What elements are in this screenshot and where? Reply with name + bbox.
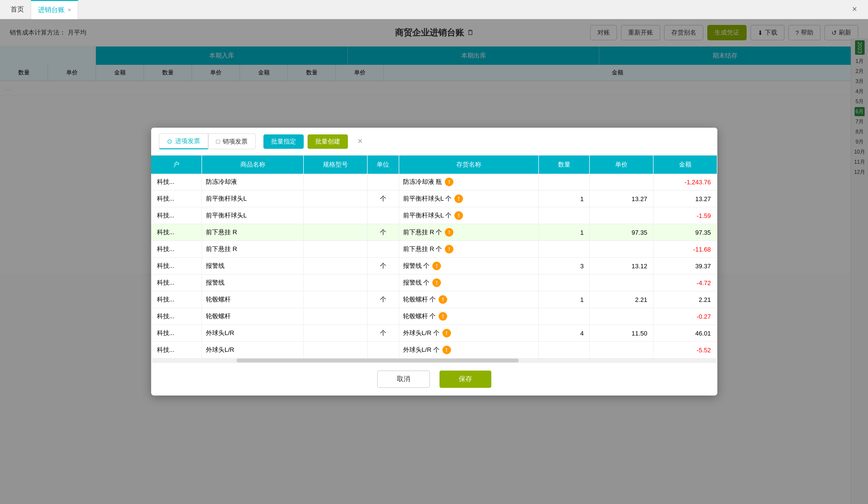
- amount-col: -1,243.76: [653, 174, 717, 191]
- spec-col: [304, 241, 368, 258]
- stock-name-text: 报警线 个: [403, 278, 430, 287]
- window-close-button[interactable]: ×: [845, 0, 864, 19]
- tab-outbound-invoice[interactable]: □ 销项发票: [208, 133, 256, 149]
- unit-price-col: [590, 308, 654, 325]
- stock-name-text: 轮毂螺杆 个: [403, 312, 436, 321]
- product-name-col: 外球头L/R: [202, 342, 304, 359]
- warning-icon: !: [442, 329, 451, 337]
- unit-col: 个: [367, 224, 399, 241]
- qty-col: [539, 308, 590, 325]
- stock-col: 前下悬挂 R 个 !: [399, 241, 539, 258]
- unit-price-col: 11.50: [590, 325, 654, 342]
- unit-price-col: 2.21: [590, 291, 654, 308]
- unit-price-col: 13.27: [590, 191, 654, 207]
- unit-col: [367, 342, 399, 359]
- table-row: 科技...轮毂螺杆 轮毂螺杆 个 ! -0.27: [151, 308, 717, 325]
- unit-col: [367, 308, 399, 325]
- stock-name-text: 前平衡杆球头L 个: [403, 194, 452, 203]
- stock-name-text: 轮毂螺杆 个: [403, 295, 436, 304]
- modal-dialog: ⊙ 进项发票 □ 销项发票 批量指定 批量创建 ×: [151, 128, 717, 396]
- warning-icon: !: [445, 178, 453, 186]
- stock-name-text: 外球头L/R 个: [403, 346, 440, 354]
- th-col2: 商品名称: [202, 156, 304, 174]
- amount-col: 97.35: [653, 224, 717, 241]
- amount-col: -4.72: [653, 275, 717, 291]
- spec-col: [304, 291, 368, 308]
- invoice-table: 户 商品名称 规格型号 单位 存货名称 数量 单价 金额 科技...防冻冷却液 …: [151, 156, 717, 359]
- warning-icon: !: [432, 262, 441, 270]
- company-col: 科技...: [151, 291, 202, 308]
- warning-icon: !: [445, 245, 453, 253]
- stock-col: 前平衡杆球头L 个 !: [399, 207, 539, 224]
- warning-icon: !: [445, 228, 453, 237]
- table-row: 科技...报警线个 报警线 个 ! 313.1239.37: [151, 258, 717, 275]
- main-area: 销售成本计算方法： 月平均 商贸企业进销台账 🗒 对账 重新开账 存货别名 生成…: [0, 19, 868, 504]
- th-col4: 单位: [367, 156, 399, 174]
- unit-price-col: [590, 241, 654, 258]
- qty-col: [539, 174, 590, 191]
- modal-tabs: ⊙ 进项发票 □ 销项发票: [159, 133, 256, 149]
- tab-active[interactable]: 进销台账 ×: [31, 0, 78, 19]
- stock-name-text: 前下悬挂 R 个: [403, 228, 442, 237]
- unit-price-col: [590, 342, 654, 359]
- modal-footer: 取消 保存: [151, 362, 717, 396]
- product-name-col: 前平衡杆球头L: [202, 191, 304, 207]
- stock-col: 报警线 个 !: [399, 258, 539, 275]
- product-name-col: 外球头L/R: [202, 325, 304, 342]
- tab-close-icon[interactable]: ×: [68, 7, 71, 13]
- tab-active-label: 进销台账: [38, 6, 65, 14]
- spec-col: [304, 224, 368, 241]
- tab-inbound-invoice[interactable]: ⊙ 进项发票: [159, 133, 208, 149]
- unit-price-col: [590, 174, 654, 191]
- unit-col: [367, 207, 399, 224]
- stock-col: 外球头L/R 个 !: [399, 342, 539, 359]
- spec-col: [304, 174, 368, 191]
- qty-col: 3: [539, 258, 590, 275]
- modal-close-button[interactable]: ×: [357, 136, 363, 146]
- product-name-col: 轮毂螺杆: [202, 291, 304, 308]
- modal-scrollbar[interactable]: [152, 359, 716, 362]
- product-name-col: 前下悬挂 R: [202, 241, 304, 258]
- save-button[interactable]: 保存: [440, 371, 491, 388]
- spec-col: [304, 308, 368, 325]
- tab-home[interactable]: 首页: [4, 0, 31, 19]
- unit-price-col: [590, 207, 654, 224]
- scrollbar-thumb: [237, 359, 519, 362]
- table-row: 科技...防冻冷却液 防冻冷却液 瓶 ! -1,243.76: [151, 174, 717, 191]
- table-row: 科技...外球头L/R个 外球头L/R 个 ! 411.5046.01: [151, 325, 717, 342]
- product-name-col: 前下悬挂 R: [202, 224, 304, 241]
- spec-col: [304, 275, 368, 291]
- qty-col: [539, 342, 590, 359]
- amount-col: 46.01: [653, 325, 717, 342]
- stock-col: 轮毂螺杆 个 !: [399, 308, 539, 325]
- amount-col: -11.68: [653, 241, 717, 258]
- unit-price-col: 97.35: [590, 224, 654, 241]
- modal-overlay: ⊙ 进项发票 □ 销项发票 批量指定 批量创建 ×: [0, 19, 868, 504]
- table-row: 科技...前下悬挂 R 前下悬挂 R 个 ! -11.68: [151, 241, 717, 258]
- th-col3: 规格型号: [304, 156, 368, 174]
- modal-header: ⊙ 进项发票 □ 销项发票 批量指定 批量创建 ×: [151, 128, 717, 156]
- product-name-col: 报警线: [202, 258, 304, 275]
- table-row: 科技...前平衡杆球头L个 前平衡杆球头L 个 ! 113.2713.27: [151, 191, 717, 207]
- qty-col: [539, 275, 590, 291]
- amount-col: 13.27: [653, 191, 717, 207]
- stock-col: 外球头L/R 个 !: [399, 325, 539, 342]
- tab2-icon: □: [216, 138, 220, 145]
- th-col6: 数量: [539, 156, 590, 174]
- batch-assign-button[interactable]: 批量指定: [263, 134, 304, 149]
- stock-name-text: 外球头L/R 个: [403, 329, 440, 337]
- unit-col: 个: [367, 291, 399, 308]
- company-col: 科技...: [151, 174, 202, 191]
- tab-home-label: 首页: [11, 5, 24, 14]
- unit-col: 个: [367, 191, 399, 207]
- batch-create-button[interactable]: 批量创建: [308, 134, 348, 149]
- qty-col: [539, 241, 590, 258]
- th-col7: 单价: [590, 156, 654, 174]
- th-col1: 户: [151, 156, 202, 174]
- tab-bar: 首页 进销台账 × ×: [0, 0, 868, 19]
- amount-col: -0.27: [653, 308, 717, 325]
- product-name-col: 报警线: [202, 275, 304, 291]
- unit-col: [367, 275, 399, 291]
- stock-name-text: 防冻冷却液 瓶: [403, 178, 442, 186]
- cancel-button[interactable]: 取消: [377, 371, 430, 388]
